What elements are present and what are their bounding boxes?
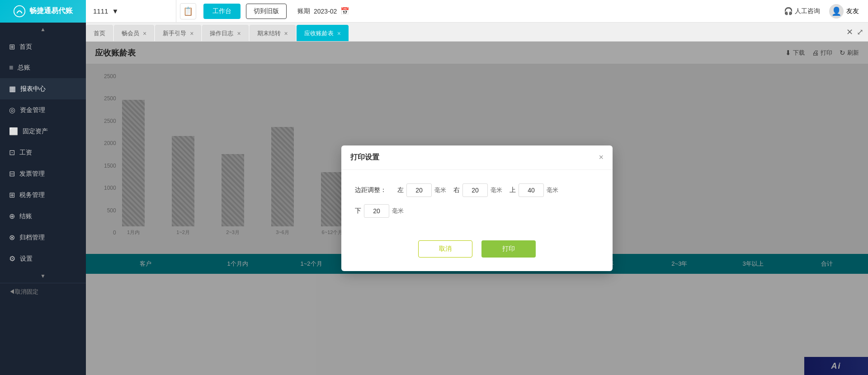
- tab-guide-label: 新手引导: [163, 29, 186, 38]
- modal-header: 打印设置 ×: [341, 145, 613, 170]
- margin-right-input[interactable]: [462, 183, 488, 197]
- sidebar-item-settings[interactable]: ⚙ 设置: [0, 248, 86, 269]
- tab-bar: 首页 畅会员 × 新手引导 × 操作日志 × 期末结转 × 应收账龄表 ×: [86, 23, 868, 42]
- payroll-icon: ⊡: [9, 148, 15, 157]
- period-label: 账期: [297, 7, 310, 15]
- sidebar-item-funds[interactable]: ◎ 资金管理: [0, 99, 86, 121]
- margin-top-label: 上: [509, 186, 516, 194]
- confirm-print-button[interactable]: 打印: [481, 240, 536, 258]
- sidebar-item-assets[interactable]: ⬜ 固定资产: [0, 121, 86, 142]
- settings-icon: ⚙: [9, 254, 15, 263]
- period-calendar-icon[interactable]: 📅: [340, 7, 349, 15]
- margin-right-item: 右 毫米: [453, 183, 502, 197]
- sidebar-label-home: 首页: [19, 43, 32, 51]
- sidebar-collapse-toggle[interactable]: ◀取消固定: [0, 283, 86, 300]
- sidebar-item-archive[interactable]: ⊗ 归档管理: [0, 227, 86, 248]
- tab-home[interactable]: 首页: [86, 25, 113, 41]
- sidebar-item-invoice[interactable]: ⊟ 发票管理: [0, 163, 86, 184]
- sidebar-label-invoice: 发票管理: [19, 170, 45, 178]
- sidebar-label-settings: 设置: [20, 255, 33, 263]
- margin-left-unit: 毫米: [434, 186, 446, 194]
- margin-left-label: 左: [397, 186, 404, 194]
- margin-top-item: 上 毫米: [509, 183, 558, 197]
- tab-aging-close[interactable]: ×: [337, 30, 341, 37]
- invoice-icon: ⊟: [9, 169, 15, 178]
- period-area: 账期 2023-02 📅: [296, 7, 351, 15]
- sidebar-item-close[interactable]: ⊕ 结账: [0, 206, 86, 227]
- user-area[interactable]: 👤 友友: [829, 4, 859, 19]
- sidebar-label-payroll: 工资: [19, 149, 32, 157]
- margin-right-unit: 毫米: [491, 186, 502, 194]
- avatar: 👤: [829, 4, 844, 19]
- sidebar-label-close: 结账: [19, 212, 32, 220]
- margin-left-input[interactable]: [406, 183, 432, 197]
- tab-member-close[interactable]: ×: [143, 30, 146, 37]
- tab-home-label: 首页: [94, 29, 105, 38]
- sidebar-label-ledger: 总账: [18, 64, 30, 72]
- sidebar-item-home[interactable]: ⊞ 首页: [0, 36, 86, 57]
- margin-bottom-label: 下: [355, 207, 361, 215]
- company-selector[interactable]: 1111 ▼: [86, 0, 176, 23]
- margin-bottom-item: 下 毫米: [355, 204, 404, 218]
- modal-body: 边距调整： 左 毫米 右 毫米: [341, 170, 613, 231]
- margin-row: 边距调整： 左 毫米 右 毫米: [355, 183, 599, 218]
- sidebar-label-funds: 资金管理: [20, 106, 45, 114]
- tab-guide-close[interactable]: ×: [190, 30, 193, 37]
- tab-log-close[interactable]: ×: [237, 30, 241, 37]
- tab-period[interactable]: 期末结转 ×: [250, 25, 296, 41]
- tab-aging-label: 应收账龄表: [304, 29, 334, 38]
- app-name: 畅捷通易代账: [29, 6, 73, 16]
- consult-label: 人工咨询: [795, 7, 820, 15]
- sidebar-item-ledger[interactable]: ≡ 总账: [0, 57, 86, 78]
- tab-log-label: 操作日志: [210, 29, 233, 38]
- cancel-button[interactable]: 取消: [418, 240, 472, 258]
- tab-guide[interactable]: 新手引导 ×: [155, 25, 201, 41]
- tab-member-label: 畅会员: [122, 29, 139, 38]
- margin-left-item: 左 毫米: [397, 183, 446, 197]
- sidebar-label-tax: 税务管理: [19, 191, 45, 199]
- chevron-down-icon: ▼: [112, 7, 118, 15]
- content-area: 首页 畅会员 × 新手引导 × 操作日志 × 期末结转 × 应收账龄表 ×: [86, 23, 868, 375]
- tab-close-all-icon[interactable]: ✕: [846, 27, 853, 37]
- margin-top-input[interactable]: [519, 183, 544, 197]
- sidebar: ▲ ⊞ 首页 ≡ 总账 ▦ 报表中心 ◎ 资金管理 ⬜ 固定资产 ⊡ 工资 ⊟ …: [0, 23, 86, 375]
- sidebar-item-reports[interactable]: ▦ 报表中心: [0, 78, 86, 99]
- archive-icon: ⊗: [9, 233, 15, 242]
- margin-bottom-unit: 毫米: [392, 207, 404, 215]
- company-name: 1111: [93, 7, 108, 15]
- margin-label: 边距调整：: [355, 186, 387, 194]
- tab-member[interactable]: 畅会员 ×: [114, 25, 154, 41]
- collapse-label: ◀取消固定: [9, 288, 38, 296]
- user-label: 友友: [846, 7, 859, 15]
- tab-log[interactable]: 操作日志 ×: [202, 25, 248, 41]
- tab-aging[interactable]: 应收账龄表 ×: [297, 25, 349, 41]
- workbench-button[interactable]: 工作台: [203, 4, 241, 19]
- sidebar-scroll-down[interactable]: ▼: [0, 269, 86, 283]
- tab-period-close[interactable]: ×: [284, 30, 288, 37]
- calendar-icon: 📋: [183, 6, 193, 16]
- logo-area: 畅捷通易代账: [0, 0, 86, 23]
- tab-bar-actions: ✕ ⤢: [838, 23, 868, 41]
- consult-button[interactable]: 🎧 人工咨询: [784, 7, 820, 15]
- close-accounts-icon: ⊕: [9, 212, 15, 220]
- modal-close-icon[interactable]: ×: [599, 153, 604, 162]
- calendar-icon-btn[interactable]: 📋: [180, 3, 196, 19]
- sidebar-item-payroll[interactable]: ⊡ 工资: [0, 142, 86, 163]
- tab-maximize-icon[interactable]: ⤢: [857, 27, 863, 37]
- top-header: 畅捷通易代账 1111 ▼ 📋 工作台 切到旧版 账期 2023-02 📅 🎧 …: [0, 0, 868, 23]
- home-icon: ⊞: [9, 42, 15, 51]
- sidebar-scroll-up[interactable]: ▲: [0, 23, 86, 36]
- tab-period-label: 期末结转: [257, 29, 281, 38]
- modal-title: 打印设置: [350, 153, 379, 162]
- margin-bottom-input[interactable]: [364, 204, 389, 218]
- sidebar-label-archive: 归档管理: [19, 234, 45, 242]
- modal-footer: 取消 打印: [341, 231, 613, 271]
- switch-old-button[interactable]: 切到旧版: [246, 4, 287, 19]
- reports-icon: ▦: [9, 84, 16, 93]
- print-settings-modal: 打印设置 × 边距调整： 左 毫米 右: [341, 145, 613, 271]
- sidebar-item-tax[interactable]: ⊞ 税务管理: [0, 184, 86, 206]
- main-layout: ▲ ⊞ 首页 ≡ 总账 ▦ 报表中心 ◎ 资金管理 ⬜ 固定资产 ⊡ 工资 ⊟ …: [0, 23, 868, 375]
- header-right: 🎧 人工咨询 👤 友友: [784, 4, 868, 19]
- sidebar-label-assets: 固定资产: [23, 127, 48, 136]
- funds-icon: ◎: [9, 106, 15, 114]
